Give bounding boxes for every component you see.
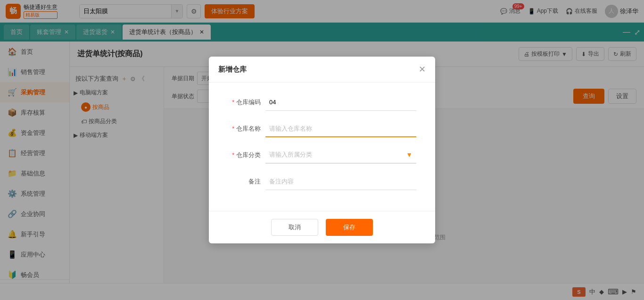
category-dropdown-icon: ▼ <box>406 151 413 158</box>
cancel-button[interactable]: 取消 <box>271 219 318 236</box>
remark-row: 备注 <box>228 173 416 190</box>
required-star-code: * <box>232 99 234 106</box>
warehouse-category-select[interactable]: 请输入所属分类 ▼ <box>265 147 416 164</box>
required-star-category: * <box>232 151 234 158</box>
remark-input[interactable] <box>265 173 416 190</box>
modal-footer: 取消 保存 <box>209 211 435 243</box>
warehouse-name-input[interactable] <box>265 120 416 137</box>
modal-body: * 仓库编码 * 仓库名称 * 仓库分类 请输入 <box>209 83 435 211</box>
remark-label: 备注 <box>228 177 265 186</box>
modal-header: 新增仓库 ✕ <box>209 57 435 83</box>
warehouse-category-label: * 仓库分类 <box>228 151 265 159</box>
modal-overlay[interactable]: 新增仓库 ✕ * 仓库编码 * 仓库名称 <box>0 0 644 300</box>
required-star-name: * <box>232 125 234 132</box>
new-warehouse-modal: 新增仓库 ✕ * 仓库编码 * 仓库名称 <box>209 57 435 243</box>
warehouse-code-label: * 仓库编码 <box>228 98 265 107</box>
warehouse-name-row: * 仓库名称 <box>228 120 416 137</box>
warehouse-category-row: * 仓库分类 请输入所属分类 ▼ <box>228 147 416 164</box>
modal-close-button[interactable]: ✕ <box>419 64 426 75</box>
save-button[interactable]: 保存 <box>326 219 373 236</box>
warehouse-code-input[interactable] <box>265 94 416 111</box>
warehouse-code-row: * 仓库编码 <box>228 94 416 111</box>
modal-title: 新增仓库 <box>218 65 247 74</box>
warehouse-name-label: * 仓库名称 <box>228 125 265 133</box>
